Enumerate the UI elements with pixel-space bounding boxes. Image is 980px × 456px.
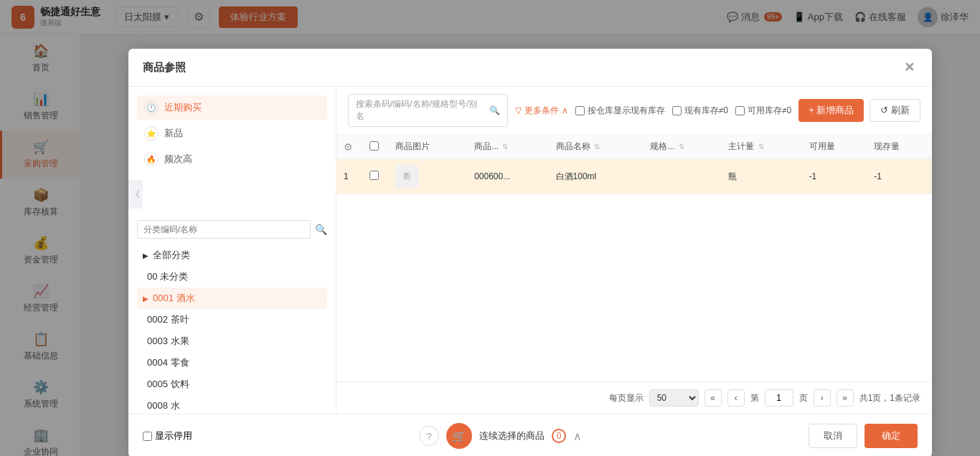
th-stock: 现存量 xyxy=(867,135,932,159)
modal-left-panel: 🕐 近期购买 ⭐ 新品 🔥 频次高 《 xyxy=(128,87,336,414)
th-gear: ⚙ xyxy=(336,135,362,159)
modal-overlay: 商品参照 ✕ 🕐 近期购买 ⭐ 新品 🔥 频次高 xyxy=(0,0,980,456)
td-unit: 瓶 xyxy=(721,159,801,194)
gear-icon[interactable]: ⚙ xyxy=(344,141,353,153)
warehouse-filter-checkbox[interactable]: 按仓库显示现有库存 xyxy=(575,105,665,117)
frequent-icon: 🔥 xyxy=(144,152,159,166)
footer-right-btns: 取消 确定 xyxy=(809,424,918,448)
tab-frequent[interactable]: 🔥 频次高 xyxy=(137,147,327,171)
th-name[interactable]: 商品名称 ⇅ xyxy=(549,135,644,159)
select-all-checkbox[interactable] xyxy=(369,141,379,151)
recent-icon: 🕐 xyxy=(144,100,159,115)
td-name: 白酒100ml xyxy=(549,159,644,194)
arrow-icon: ▶ xyxy=(143,252,149,260)
th-available: 可用量 xyxy=(802,135,867,159)
th-spec[interactable]: 规格... ⇅ xyxy=(643,135,721,159)
modal-close-btn[interactable]: ✕ xyxy=(900,59,918,76)
th-code[interactable]: 商品... ⇅ xyxy=(467,135,548,159)
refresh-btn[interactable]: ↺ 刷新 xyxy=(870,99,920,122)
prev-page-btn[interactable]: ‹ xyxy=(727,389,745,407)
th-unit[interactable]: 主计量 ⇅ xyxy=(721,135,801,159)
category-0005[interactable]: 0005 饮料 xyxy=(137,374,327,395)
category-00[interactable]: 00 未分类 xyxy=(137,266,327,288)
category-search-icon[interactable]: 🔍 xyxy=(315,224,327,235)
td-img: 图 xyxy=(388,159,467,194)
cart-btn[interactable]: 🛒 xyxy=(446,423,472,449)
category-0002[interactable]: 0002 茶叶 xyxy=(137,309,327,331)
toolbar-right-btns: + 新增商品 ↺ 刷新 xyxy=(798,99,920,122)
th-checkbox xyxy=(362,135,388,159)
sort-icon: ⇅ xyxy=(758,143,764,151)
td-spec xyxy=(643,159,721,194)
product-image: 图 xyxy=(395,165,418,188)
cancel-btn[interactable]: 取消 xyxy=(809,424,857,448)
table-scroll[interactable]: ⚙ 商品图片 商品... ⇅ xyxy=(336,135,932,381)
arrow-icon: ▶ xyxy=(143,295,149,303)
tab-new-products[interactable]: ⭐ 新品 xyxy=(137,121,327,146)
page-suffix: 页 xyxy=(799,392,808,404)
modal-header: 商品参照 ✕ xyxy=(128,49,932,87)
sort-icon: ⇅ xyxy=(502,143,508,151)
td-available: -1 xyxy=(802,159,867,194)
tab-recent-purchase[interactable]: 🕐 近期购买 xyxy=(137,95,327,120)
product-table: ⚙ 商品图片 商品... ⇅ xyxy=(336,135,932,194)
new-icon: ⭐ xyxy=(144,126,159,141)
total-info: 共1页，1条记录 xyxy=(859,392,920,404)
table-header-row: ⚙ 商品图片 商品... ⇅ xyxy=(336,135,932,159)
footer-collapse-icon[interactable]: ∧ xyxy=(573,429,582,443)
category-list: ▶ 全部分类 00 未分类 ▶ 0001 酒水 0002 茶叶 xyxy=(128,244,336,414)
category-0001[interactable]: ▶ 0001 酒水 xyxy=(137,288,327,309)
category-search-row: 🔍 xyxy=(128,220,336,239)
td-stock: -1 xyxy=(867,159,932,194)
td-checkbox[interactable] xyxy=(362,159,388,194)
pagination-bar: 每页显示 50 100 200 « ‹ 第 页 › » 共1页，1条记录 xyxy=(336,381,932,414)
footer-left: 显示停用 xyxy=(143,429,192,442)
stock-filter-checkbox[interactable]: 现有库存≠0 xyxy=(672,105,728,117)
product-search-bar: 搜索条码/编码/名称/规格型号/别名 🔍 xyxy=(348,94,508,127)
confirm-btn[interactable]: 确定 xyxy=(864,424,918,448)
sort-icon: ⇅ xyxy=(594,143,600,151)
last-page-btn[interactable]: » xyxy=(837,389,854,407)
collapse-left-btn[interactable]: 《 xyxy=(128,180,143,209)
sort-icon: ⇅ xyxy=(679,143,684,151)
product-table-area: ⚙ 商品图片 商品... ⇅ xyxy=(336,135,932,381)
selected-label: 连续选择的商品 xyxy=(479,429,545,442)
available-filter-checkbox[interactable]: 可用库存≠0 xyxy=(735,105,791,117)
category-0003[interactable]: 0003 水果 xyxy=(137,331,327,352)
help-btn[interactable]: ? xyxy=(419,426,439,446)
search-placeholder-text: 搜索条码/编码/名称/规格型号/别名 xyxy=(356,98,484,123)
show-disabled-label[interactable]: 显示停用 xyxy=(143,429,192,442)
product-search-icon[interactable]: 🔍 xyxy=(489,105,500,115)
product-toolbar: 搜索条码/编码/名称/规格型号/别名 🔍 ▽ 更多条件 ∧ 按仓库显示现有库存 xyxy=(336,87,932,135)
cart-icon: 🛒 xyxy=(452,429,466,443)
left-tabs: 🕐 近期购买 ⭐ 新品 🔥 频次高 xyxy=(128,95,336,171)
category-all[interactable]: ▶ 全部分类 xyxy=(137,244,327,266)
category-0004[interactable]: 0004 零食 xyxy=(137,352,327,374)
modal-right-panel: 搜索条码/编码/名称/规格型号/别名 🔍 ▽ 更多条件 ∧ 按仓库显示现有库存 xyxy=(336,87,932,414)
more-filter-btn[interactable]: ▽ 更多条件 ∧ xyxy=(515,105,568,117)
first-page-btn[interactable]: « xyxy=(705,389,722,407)
table-row[interactable]: 1 图 000600... xyxy=(336,159,932,194)
show-disabled-checkbox[interactable] xyxy=(143,432,152,441)
page-label: 第 xyxy=(750,392,759,404)
add-product-btn[interactable]: + 新增商品 xyxy=(798,99,864,122)
modal-body: 🕐 近期购买 ⭐ 新品 🔥 频次高 《 xyxy=(128,87,932,414)
th-img: 商品图片 xyxy=(388,135,467,159)
modal-title: 商品参照 xyxy=(143,61,186,75)
next-page-btn[interactable]: › xyxy=(814,389,831,407)
selected-count-badge: 0 xyxy=(552,429,566,443)
td-no: 1 xyxy=(336,159,362,194)
td-code: 000600... xyxy=(467,159,548,194)
category-0008[interactable]: 0008 水 xyxy=(137,395,327,414)
page-size-select[interactable]: 50 100 200 xyxy=(649,389,699,407)
modal-footer: 显示停用 ? 🛒 连续选择的商品 0 ∧ 取消 确定 xyxy=(128,414,932,456)
row-checkbox[interactable] xyxy=(369,171,379,180)
page-size-label: 每页显示 xyxy=(609,392,644,404)
current-page-input[interactable] xyxy=(765,389,793,407)
category-search-input[interactable] xyxy=(137,220,311,239)
product-reference-modal: 商品参照 ✕ 🕐 近期购买 ⭐ 新品 🔥 频次高 xyxy=(128,49,932,456)
